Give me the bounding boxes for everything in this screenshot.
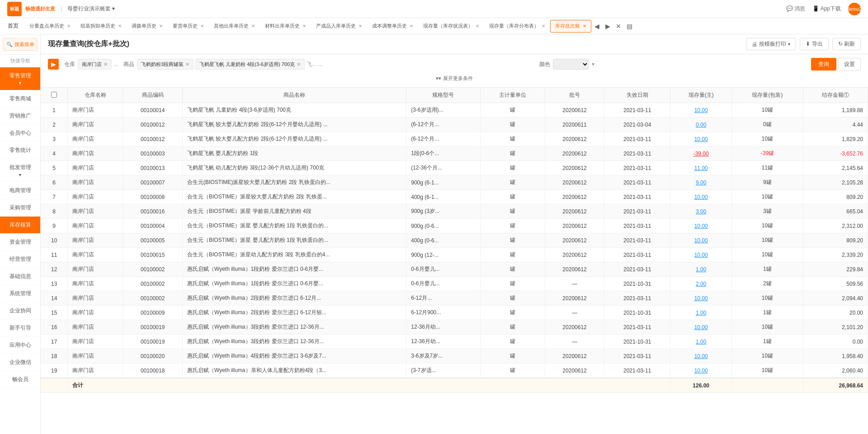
sidebar-item-app-center[interactable]: 应用中心 <box>0 337 40 354</box>
warehouse-more[interactable]: ... <box>113 61 118 67</box>
row-qty-main[interactable]: 2.00 <box>670 277 732 291</box>
row-qty-main[interactable]: 0.00 <box>670 118 732 132</box>
row-qty-main[interactable]: 3.00 <box>670 204 732 219</box>
row-warehouse: 南岸门店 <box>68 219 123 233</box>
chevron-down-icon: ▾ <box>788 42 790 47</box>
tab-fenpan[interactable]: 分量盘点单历史✕ <box>24 20 75 33</box>
filter-area: ▶ 仓库 南岸门店 ✕ ... 商品 <box>41 54 868 88</box>
setting-btn[interactable]: 设置 <box>838 58 861 71</box>
row-batch: 20200612 <box>545 146 604 161</box>
print-btn[interactable]: 🖨 按模板打印 ▾ <box>746 38 796 50</box>
row-no: 10 <box>41 233 68 248</box>
row-qty-main[interactable]: 10.00 <box>670 320 732 335</box>
tab-next-btn[interactable]: ▶ <box>602 21 613 32</box>
sidebar-item-retail-mall[interactable]: 零售商城 <box>0 90 40 108</box>
tab-menu-btn[interactable]: ▤ <box>624 21 635 32</box>
tab-cailiao-out[interactable]: 材料出库单历史✕ <box>260 20 311 33</box>
tab-zuche[interactable]: 组装拆卸单历史✕ <box>75 20 127 33</box>
row-amount: -3,652.76 <box>803 146 868 161</box>
avatar[interactable]: demo2 <box>848 3 861 15</box>
tab-tiaopo[interactable]: 调拨单历史✕ <box>127 20 168 33</box>
row-qty-main[interactable]: 10.00 <box>670 248 732 262</box>
row-qty-main[interactable]: 1.00 <box>670 306 732 320</box>
sidebar-item-retail-mgmt[interactable]: 零售管理 ▼ <box>0 67 40 90</box>
expand-more-btn[interactable]: ▾▾ 展开更多条件 <box>434 73 475 84</box>
row-qty-main[interactable]: 11.00 <box>670 161 732 175</box>
product-more[interactable]: 飞... ... <box>307 61 322 68</box>
tab-prev-btn[interactable]: ◀ <box>591 21 602 32</box>
sidebar-quick-nav[interactable]: 快捷导航 <box>0 55 40 67</box>
page-actions: 🖨 按模板打印 ▾ ⬇ 导出 ↻ 刷新 <box>746 38 861 50</box>
tab-inventory-dist[interactable]: 现存量（库存分布表）✕ <box>484 20 550 33</box>
header-dropdown[interactable]: 母婴行业演示账套 ▾ <box>67 5 115 13</box>
sidebar-item-marketing[interactable]: 营销推广 <box>0 108 40 125</box>
select-all-checkbox[interactable] <box>51 92 57 98</box>
row-qty-main[interactable]: 10.00 <box>670 190 732 204</box>
row-qty-main[interactable]: 10.00 <box>670 219 732 233</box>
row-qty-main[interactable]: 10.00 <box>670 363 732 378</box>
tab-product-in[interactable]: 产成品入库单历史✕ <box>311 20 367 33</box>
row-name: 惠氏启赋（Wyeth illuma）3段奶粉 爱尔兰进口 12-36月... <box>182 335 406 349</box>
row-code: 00100004 <box>123 219 183 233</box>
row-qty-main[interactable]: 1.00 <box>670 335 732 349</box>
tab-cost-adj[interactable]: 成本调整单历史✕ <box>367 20 418 33</box>
row-qty-main[interactable]: -39.00 <box>670 146 732 161</box>
row-amount: 20.00 <box>803 306 868 320</box>
product-tag-1[interactable]: 飞鹤奶粉3段两罐装 ✕ <box>137 59 193 70</box>
product-tag-2-close[interactable]: ✕ <box>297 61 301 67</box>
tab-close-all-btn[interactable]: ✕ <box>613 21 624 32</box>
refresh-btn[interactable]: ↻ 刷新 <box>832 38 861 50</box>
sidebar-item-wholesale[interactable]: 批发管理 ▼ <box>0 159 40 182</box>
row-qty-main[interactable]: 10.00 <box>670 233 732 248</box>
row-expiry: 2021-03-11 <box>604 262 670 277</box>
row-spec: 12-36月幼... <box>406 320 480 335</box>
row-qty-main[interactable]: 10.00 <box>670 103 732 118</box>
table-row: 12 南岸门店 00100002 惠氏启赋（Wyeth illuma）1段奶粉 … <box>41 262 868 277</box>
product-filter: 商品 飞鹤奶粉3段两罐装 ✕ 飞鹤星飞帆 儿童奶粉 4段(3-6岁适用) 700… <box>123 59 322 70</box>
sidebar-item-finance[interactable]: 资金管理 <box>0 234 40 251</box>
sidebar-item-sys-mgmt[interactable]: 系统管理 <box>0 285 40 302</box>
row-qty-main[interactable]: 10.00 <box>670 132 732 146</box>
sidebar-item-corp-wechat[interactable]: 企业微信 <box>0 354 40 371</box>
sidebar-item-retail-stats[interactable]: 零售统计 <box>0 142 40 159</box>
sidebar-item-ecommerce[interactable]: 电商管理 <box>0 182 40 199</box>
sidebar-item-base-info[interactable]: 基础信息 <box>0 268 40 285</box>
tab-home[interactable]: 首页 <box>2 20 24 33</box>
col-amount: 结存金额① <box>803 88 868 103</box>
warehouse-tag-close[interactable]: ✕ <box>104 61 108 67</box>
color-label: 颜色 <box>539 61 550 68</box>
query-btn[interactable]: 查询 <box>811 58 836 71</box>
app-download-btn[interactable]: 📱 App下载 <box>812 5 841 13</box>
tab-yaohuo[interactable]: 要货单历史✕ <box>168 20 209 33</box>
row-qty-main[interactable]: 9.00 <box>670 175 732 190</box>
expand-filter-btn[interactable]: ▶ <box>48 59 59 70</box>
table-row: 17 南岸门店 00100019 惠氏启赋（Wyeth illuma）3段奶粉 … <box>41 335 868 349</box>
tab-other-out[interactable]: 其他出库单历史✕ <box>209 20 260 33</box>
row-no: 15 <box>41 306 68 320</box>
row-qty-main[interactable]: 1.00 <box>670 262 732 277</box>
product-tag-2[interactable]: 飞鹤星飞帆 儿童奶粉 4段(3-6岁适用) 700克 ✕ <box>195 59 305 70</box>
row-expiry: 2021-03-11 <box>604 190 670 204</box>
row-qty-main[interactable]: 10.00 <box>670 291 732 306</box>
message-btn[interactable]: 💬 消息 <box>786 5 805 13</box>
sidebar-item-new-guide[interactable]: 新手引导 <box>0 320 40 337</box>
color-select[interactable] <box>553 59 589 70</box>
row-qty-main[interactable]: 10.00 <box>670 349 732 363</box>
row-unit: 罐 <box>480 233 545 248</box>
warehouse-tag[interactable]: 南岸门店 ✕ <box>78 59 112 70</box>
sidebar-item-member[interactable]: 会员中心 <box>0 125 40 142</box>
product-tag-1-close[interactable]: ✕ <box>185 61 189 67</box>
table-container: 仓库名称 商品编码 商品名称 规格型号 主计量单位 批号 失效日期 现存量(主)… <box>41 88 868 434</box>
tab-inventory-status[interactable]: 现存量（库存状况表）✕ <box>418 20 484 33</box>
tab-batch[interactable]: 库存批次账✕ <box>550 20 591 33</box>
sidebar-item-enterprise[interactable]: 企业协同 <box>0 302 40 320</box>
row-expiry: 2021-03-11 <box>604 349 670 363</box>
refresh-icon: ↻ <box>838 41 843 47</box>
sidebar-item-inventory[interactable]: 库存核算 <box>0 217 40 234</box>
search-menu-btn[interactable]: 🔍 搜索菜单 <box>3 38 38 51</box>
col-expiry: 失效日期 <box>604 88 670 103</box>
sidebar-item-operation[interactable]: 经营管理 <box>0 251 40 268</box>
export-btn[interactable]: ⬇ 导出 <box>800 38 828 50</box>
sidebar-item-purchase[interactable]: 采购管理 <box>0 199 40 217</box>
sidebar-item-vip[interactable]: 畅会员 <box>0 371 40 388</box>
